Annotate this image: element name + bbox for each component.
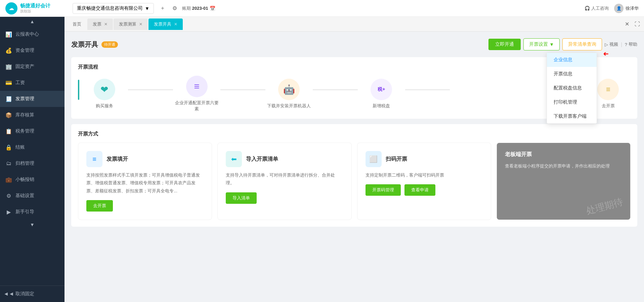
archive-icon: 🗂 <box>5 160 12 167</box>
assets-icon: 🏢 <box>5 63 12 70</box>
period-label: 账期 <box>182 5 191 11</box>
funds-icon: 💰 <box>5 47 12 54</box>
logo-area: ☁ 畅捷通好会计 旗舰版 <box>5 2 70 14</box>
tab-invoice[interactable]: 发票 ✕ <box>87 18 113 30</box>
sidebar-label-expense: 小畅报销 <box>15 177 34 183</box>
sidebar-label-cloud-report: 云报表中心 <box>15 31 39 37</box>
tab-invoice-issue-close[interactable]: ✕ <box>174 22 177 27</box>
flow-step-buy: ❤ 购买服务 <box>82 79 127 109</box>
view-application-button[interactable]: 查看申请 <box>404 184 435 196</box>
activate-button[interactable]: 立即开通 <box>488 39 521 50</box>
scan-invoice-title: 扫码开票 <box>386 156 407 163</box>
tab-invoice-calc[interactable]: 发票测算 ✕ <box>114 18 148 30</box>
add-button[interactable]: ＋ <box>158 4 167 13</box>
method-card-scan: ⬜ 扫码开票 支持定制开票二维码，客户端可扫码开票 开票码管理 查看申请 <box>357 143 491 220</box>
logo-text: 畅捷通好会计 <box>20 3 50 9</box>
logo-icon: ☁ <box>5 2 17 14</box>
sidebar-label-payroll: 工资 <box>15 80 25 86</box>
sidebar-item-tax[interactable]: 📋 税务管理 <box>0 123 65 139</box>
sidebar-item-archive[interactable]: 🗂 归档管理 <box>0 155 65 172</box>
settings-button[interactable]: 开票设置 ▼ <box>523 38 560 50</box>
dropdown-tax-disk-label: 配置税盘信息 <box>554 85 582 90</box>
sidebar-label-invoice: 发票管理 <box>15 96 34 102</box>
user-area[interactable]: 👤 徐泽华 <box>614 4 639 13</box>
company-name: 重庆畅捷交通信息咨询有限公司 <box>77 5 143 11</box>
dropdown-item-printer[interactable]: 打印机管理 <box>547 95 597 109</box>
dropdown-item-tax-disk[interactable]: 配置税盘信息 <box>547 81 597 95</box>
settings-icon[interactable]: ⚙ <box>170 4 179 13</box>
flow-divider-4 <box>405 89 450 90</box>
guide-icon: ▶ <box>5 209 12 215</box>
flow-step-taxdisk: 税+ 新增税盘 <box>359 79 404 109</box>
company-selector[interactable]: 重庆畅捷交通信息咨询有限公司 ▼ <box>73 3 154 14</box>
dropdown-item-download[interactable]: 下载开票客户端 <box>547 109 597 123</box>
sidebar-item-cloud-report[interactable]: 📊 云报表中心 <box>0 26 65 42</box>
sidebar-scroll-up[interactable]: ▲ <box>0 17 65 26</box>
tab-invoice-issue[interactable]: 发票开具 ✕ <box>148 18 183 30</box>
flow-step-config: ≡ 企业开通配置开票六要素 <box>174 76 219 112</box>
sidebar-item-invoice[interactable]: 🧾 发票管理 <box>0 91 65 107</box>
sidebar-item-assets[interactable]: 🏢 固定资产 <box>0 59 65 75</box>
dropdown-printer-label: 打印机管理 <box>554 99 577 105</box>
flow-step-download-label: 下载并安装开票机器人 <box>267 103 311 109</box>
exception-button[interactable]: 异常清单查询 <box>562 38 602 50</box>
cloud-report-icon: 📊 <box>5 31 12 38</box>
flow-divider-3 <box>313 89 357 90</box>
sidebar-item-close-accounts[interactable]: 🔒 结账 <box>0 139 65 155</box>
sidebar-label-assets: 固定资产 <box>15 64 34 70</box>
consult-label: 人工咨询 <box>591 5 609 11</box>
download-robot-icon: 🤖 <box>278 79 300 100</box>
dropdown-company-label: 企业信息 <box>554 57 572 62</box>
method-card-fill: ≡ 发票填开 支持按照发票样式手工填开发票；可开具增值税电子普通发票、增值税普通… <box>78 143 212 220</box>
sidebar-item-payroll[interactable]: 💳 工资 <box>0 75 65 91</box>
sidebar-item-funds[interactable]: 💰 资金管理 <box>0 42 65 59</box>
maximize-window-icon[interactable]: ⛶ <box>633 21 641 27</box>
fill-invoice-icon: ≡ <box>86 151 102 167</box>
methods-section-title: 开票方式 <box>78 131 631 137</box>
sidebar-item-expense[interactable]: 💼 小畅报销 <box>0 172 65 188</box>
boss-invoice-title: 老板端开票 <box>505 151 532 158</box>
scan-invoice-icon: ⬜ <box>366 151 382 167</box>
flow-step-buy-label: 购买服务 <box>96 103 113 109</box>
header-actions: 立即开通 开票设置 ▼ 异常清单查询 ▷ 视频 | ? <box>488 38 637 50</box>
sidebar-item-guide[interactable]: ▶ 新手引导 <box>0 204 65 220</box>
tab-invoice-calc-close[interactable]: ✕ <box>139 22 142 27</box>
payroll-icon: 💳 <box>5 79 12 86</box>
sidebar-label-archive: 归档管理 <box>15 160 34 166</box>
import-invoice-button[interactable]: 导入清单 <box>226 192 257 204</box>
help-button[interactable]: ? 帮助 <box>625 41 637 47</box>
tab-invoice-close[interactable]: ✕ <box>104 22 108 27</box>
scan-invoice-button[interactable]: 开票码管理 <box>366 184 401 196</box>
issue-icon: ≡ <box>597 79 619 100</box>
sidebar-unpin[interactable]: ◄◄ 取消固定 <box>0 286 65 302</box>
sidebar-item-settings[interactable]: ⚙ 基础设置 <box>0 188 65 204</box>
import-invoice-desc: 支持导入待开票清单，可对待开票清单进行拆分、合并处理。 <box>226 171 343 187</box>
user-name: 徐泽华 <box>626 5 639 11</box>
flow-step-config-label: 企业开通配置开票六要素 <box>174 100 219 112</box>
calendar-icon[interactable]: 📅 <box>210 6 215 11</box>
sidebar-scroll-down[interactable]: ▼ <box>0 220 65 229</box>
fill-invoice-title: 发票填开 <box>106 156 128 163</box>
import-invoice-icon: ⬅ <box>226 151 242 167</box>
flow-divider-1 <box>128 89 173 90</box>
dropdown-item-invoice-info[interactable]: 开票信息 <box>547 67 597 81</box>
flow-start-line <box>78 80 79 100</box>
question-icon: ? <box>625 42 627 47</box>
dropdown-invoice-info-label: 开票信息 <box>554 71 572 76</box>
play-icon: ▷ <box>605 42 608 47</box>
logo-sub: 旗舰版 <box>20 9 50 14</box>
inventory-icon: 📦 <box>5 112 12 118</box>
dropdown-item-company[interactable]: 企业信息 <box>547 53 597 67</box>
tax-icon: 📋 <box>5 128 12 135</box>
fill-invoice-button[interactable]: 去开票 <box>86 200 113 212</box>
help-label: 帮助 <box>629 41 637 47</box>
sidebar-item-inventory[interactable]: 📦 库存核算 <box>0 107 65 123</box>
close-window-icon[interactable]: ✕ <box>624 21 631 27</box>
consult-button[interactable]: 🎧 人工咨询 <box>585 5 609 11</box>
video-button[interactable]: ▷ 视频 <box>605 41 618 47</box>
page-title: 发票开具 <box>71 40 98 49</box>
chevron-down-icon: ▼ <box>145 6 149 11</box>
chevron-down-icon: ▼ <box>549 42 554 47</box>
tab-home[interactable]: 首页 <box>67 18 87 30</box>
fill-invoice-desc: 支持按照发票样式手工填开发票；可开具增值税电子普通发票、增值税普通发票、增值税专… <box>86 171 204 195</box>
